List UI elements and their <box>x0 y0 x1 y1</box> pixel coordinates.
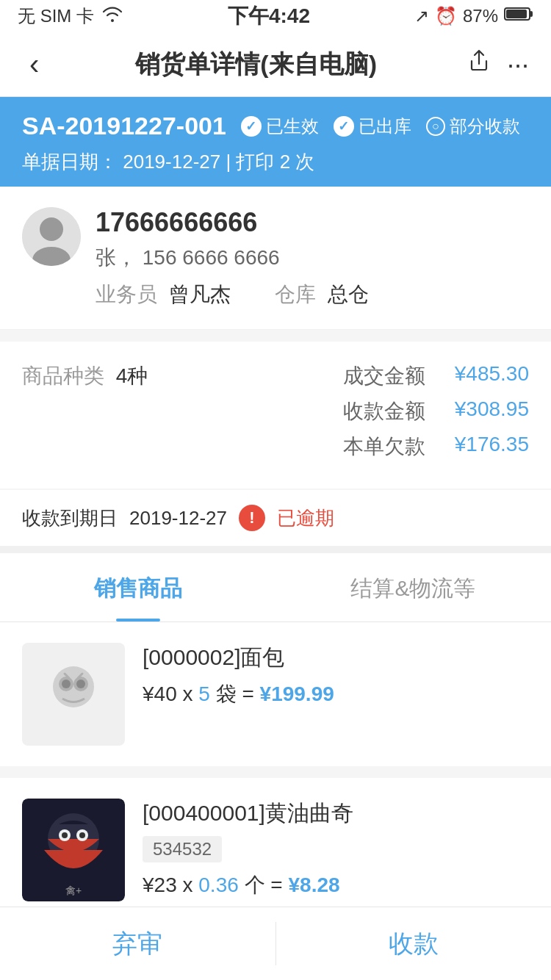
product-info-2: [000400001]黄油曲奇 534532 ¥23 x 0.36 个 = ¥8… <box>143 799 529 899</box>
svg-text:禽+: 禽+ <box>65 884 82 896</box>
tabs: 销售商品 结算&物流等 <box>0 553 551 622</box>
due-date: 2019-12-27 <box>129 507 227 530</box>
nav-bar: ‹ 销货单详情(来自电脑) ··· <box>0 32 551 97</box>
page-title: 销货单详情(来自电脑) <box>135 48 377 82</box>
amount-row: 成交金额 ¥485.30 <box>343 362 529 390</box>
due-section: 收款到期日 2019-12-27 ! 已逾期 <box>0 490 551 553</box>
product-total-2: ¥8.28 <box>288 873 339 896</box>
product-qty-2: 0.36 <box>198 873 239 896</box>
summary-right: 成交金额 ¥485.30 收款金额 ¥308.95 本单欠款 ¥176.35 <box>343 362 529 468</box>
reject-button[interactable]: 弃审 <box>0 907 276 980</box>
check-icon-2: ✓ <box>334 116 354 137</box>
print-label: | 打印 <box>226 151 274 173</box>
product-price-1: ¥40 x 5 袋 = ¥199.99 <box>143 680 529 708</box>
battery-icon <box>504 6 533 26</box>
status-left: 无 SIM 卡 <box>18 4 123 28</box>
summary-left: 商品种类 4种 <box>22 362 148 390</box>
product-info-1: [0000002]面包 ¥40 x 5 袋 = ¥199.99 <box>143 643 529 708</box>
tab-products[interactable]: 销售商品 <box>0 553 276 621</box>
check-icon-1: ✓ <box>241 116 262 137</box>
print-suffix: 次 <box>295 151 314 173</box>
customer-info: 17666666666 张， 156 6666 6666 业务员 曾凡杰 仓库 … <box>96 207 529 309</box>
list-item: [0000002]面包 ¥40 x 5 袋 = ¥199.99 <box>0 622 551 766</box>
customer-section: 17666666666 张， 156 6666 6666 业务员 曾凡杰 仓库 … <box>0 187 551 330</box>
location-icon: ↗ <box>414 6 429 26</box>
owed-value: ¥176.35 <box>455 433 529 461</box>
svg-point-16 <box>62 832 68 838</box>
list-item: 禽+ [000400001]黄油曲奇 534532 ¥23 x 0.36 个 =… <box>0 778 551 922</box>
badge-activated: ✓ 已生效 <box>241 115 319 138</box>
status-right: ↗ ⏰ 87% <box>414 6 533 26</box>
svg-rect-1 <box>530 11 533 17</box>
due-label: 收款到期日 <box>22 505 118 531</box>
alarm-icon: ⏰ <box>435 6 457 26</box>
back-button[interactable]: ‹ <box>22 40 46 88</box>
banner-row1: SA-20191227-001 ✓ 已生效 ✓ 已出库 ○ 部分收款 <box>22 112 529 140</box>
salesperson-value: 曾凡杰 <box>169 283 231 306</box>
customer-avatar <box>22 207 81 266</box>
svg-rect-2 <box>506 10 527 18</box>
received-row: 收款金额 ¥308.95 <box>343 397 529 425</box>
summary-section: 商品种类 4种 成交金额 ¥485.30 收款金额 ¥308.95 本单欠款 ¥… <box>0 342 551 489</box>
customer-name: 17666666666 <box>96 207 529 238</box>
badge-partial: ○ 部分收款 <box>426 115 520 138</box>
product-name-2: [000400001]黄油曲奇 <box>143 799 529 829</box>
product-qty-1: 5 <box>198 682 210 705</box>
order-id: SA-20191227-001 <box>22 112 226 140</box>
svg-point-11 <box>76 680 85 688</box>
more-icon[interactable]: ··· <box>507 49 529 80</box>
product-list: [0000002]面包 ¥40 x 5 袋 = ¥199.99 <box>0 622 551 922</box>
received-value: ¥308.95 <box>455 397 529 425</box>
product-thumbnail-2: 禽+ <box>22 799 125 901</box>
collect-button[interactable]: 收款 <box>276 907 552 980</box>
warehouse-value: 总仓 <box>328 283 369 306</box>
order-date: 2019-12-27 <box>123 151 220 173</box>
warehouse-info: 仓库 总仓 <box>275 281 369 309</box>
svg-point-17 <box>79 832 85 838</box>
status-time: 下午4:42 <box>228 2 310 30</box>
overdue-text: 已逾期 <box>277 505 334 531</box>
product-name-1: [0000002]面包 <box>143 643 529 673</box>
amount-value: ¥485.30 <box>455 362 529 390</box>
clock-icon: ○ <box>426 117 445 136</box>
svg-point-10 <box>62 680 71 688</box>
date-label: 单据日期： <box>22 151 118 173</box>
sim-status: 无 SIM 卡 <box>18 4 94 28</box>
battery-level: 87% <box>463 6 498 26</box>
salesperson-info: 业务员 曾凡杰 <box>96 281 231 309</box>
product-total-1: ¥199.99 <box>260 682 334 705</box>
nav-actions: ··· <box>466 48 529 81</box>
customer-meta: 业务员 曾凡杰 仓库 总仓 <box>96 281 529 309</box>
product-price-2: ¥23 x 0.36 个 = ¥8.28 <box>143 871 529 899</box>
product-thumbnail-1 <box>22 643 125 746</box>
badge-shipped: ✓ 已出库 <box>334 115 411 138</box>
tab-settlement[interactable]: 结算&物流等 <box>276 553 551 621</box>
overdue-icon: ! <box>239 505 265 531</box>
status-bar: 无 SIM 卡 下午4:42 ↗ ⏰ 87% <box>0 0 551 32</box>
product-sku-2: 534532 <box>143 836 222 862</box>
owed-row: 本单欠款 ¥176.35 <box>343 433 529 461</box>
print-count: 2 <box>280 151 290 173</box>
wifi-icon <box>101 6 123 26</box>
svg-point-4 <box>40 217 63 241</box>
customer-contact: 张， 156 6666 6666 <box>96 244 529 272</box>
header-banner: SA-20191227-001 ✓ 已生效 ✓ 已出库 ○ 部分收款 单据日期：… <box>0 97 551 187</box>
share-icon[interactable] <box>466 48 492 81</box>
category-value: 4种 <box>116 364 148 387</box>
bottom-bar: 弃审 收款 <box>0 907 551 980</box>
banner-date-row: 单据日期： 2019-12-27 | 打印 2 次 <box>22 149 529 175</box>
